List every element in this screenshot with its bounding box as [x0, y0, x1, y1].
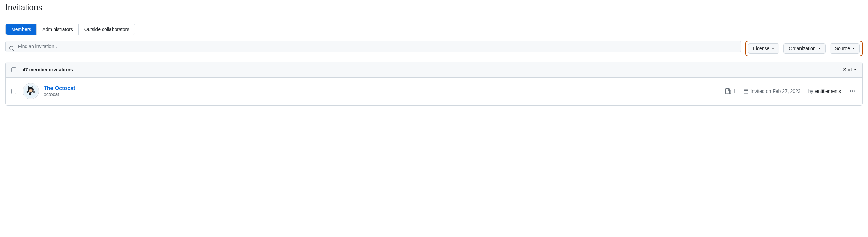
caret-down-icon [852, 48, 855, 49]
sort-label: Sort [843, 67, 852, 72]
sort-button[interactable]: Sort [843, 67, 857, 72]
user-block: The Octocat octocat [44, 85, 75, 97]
filter-source-label: Source [835, 46, 850, 51]
table-row: The Octocat octocat 1 Invited on Feb 27,… [6, 78, 862, 105]
tab-outside-collaborators[interactable]: Outside collaborators [79, 24, 135, 35]
page-title: Invitations [5, 0, 863, 18]
row-actions-button[interactable] [849, 87, 857, 95]
filter-group-highlight: License Organization Source [745, 41, 863, 56]
caret-down-icon [854, 69, 857, 70]
row-meta: 1 Invited on Feb 27, 2023 by entitlement… [725, 87, 857, 95]
filter-row: License Organization Source [5, 41, 863, 56]
avatar [23, 83, 39, 99]
by-prefix: by [808, 88, 813, 94]
caret-down-icon [772, 48, 774, 49]
tab-administrators[interactable]: Administrators [37, 24, 78, 35]
invited-by: by entitlements [808, 88, 841, 94]
user-login: octocat [44, 92, 75, 97]
select-all-checkbox[interactable] [11, 67, 16, 72]
tab-members[interactable]: Members [6, 24, 37, 35]
calendar-icon [743, 88, 749, 94]
filter-source[interactable]: Source [830, 43, 860, 54]
search-wrap [5, 41, 741, 56]
filter-license-label: License [753, 46, 769, 51]
by-source: entitlements [815, 88, 841, 94]
filter-organization-label: Organization [789, 46, 815, 51]
svg-point-6 [31, 89, 32, 89]
invitation-count: 47 member invitations [23, 67, 73, 72]
org-count-value: 1 [733, 88, 736, 94]
search-icon [9, 46, 14, 51]
list-header: 47 member invitations Sort [6, 62, 862, 78]
tab-nav: Members Administrators Outside collabora… [5, 24, 135, 35]
svg-point-5 [30, 89, 30, 89]
organization-icon [725, 88, 731, 94]
search-input[interactable] [5, 41, 741, 52]
filter-license[interactable]: License [748, 43, 779, 54]
invitations-list: 47 member invitations Sort The [5, 62, 863, 106]
invited-date-text: Invited on Feb 27, 2023 [751, 88, 801, 94]
row-checkbox[interactable] [11, 89, 16, 94]
org-count: 1 [725, 88, 736, 94]
user-display-name[interactable]: The Octocat [44, 85, 75, 92]
invited-date: Invited on Feb 27, 2023 [743, 88, 801, 94]
filter-organization[interactable]: Organization [783, 43, 825, 54]
svg-point-2 [29, 89, 33, 92]
caret-down-icon [818, 48, 821, 49]
